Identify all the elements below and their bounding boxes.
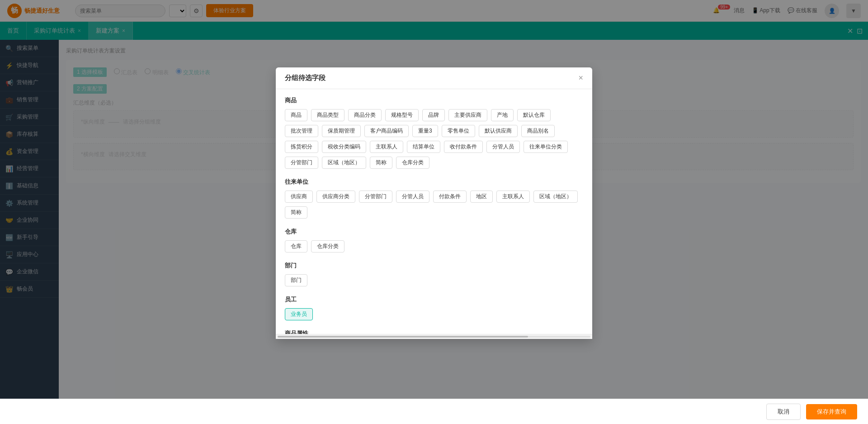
field-tag-goods-8[interactable]: 批次管理 [285, 125, 318, 137]
section-title-department: 部门 [285, 262, 583, 270]
section-partner: 往来单位供应商供应商分类分管部门分管人员付款条件地区主联系人区域（地区）简称 [285, 178, 583, 219]
field-tag-goods-14[interactable]: 商品别名 [521, 125, 555, 137]
field-tag-warehouse-1[interactable]: 仓库分类 [311, 240, 344, 252]
field-tag-partner-8[interactable]: 简称 [285, 206, 307, 219]
field-tag-goods-19[interactable]: 收付款条件 [444, 141, 483, 153]
section-product_attr: 商品属性属性颜色多规格尺码鞋码1 [285, 329, 583, 334]
field-tag-goods-4[interactable]: 品牌 [422, 109, 445, 121]
field-tag-goods-7[interactable]: 默认仓库 [517, 109, 551, 121]
field-tag-goods-13[interactable]: 默认供应商 [479, 125, 518, 137]
field-tag-partner-2[interactable]: 分管部门 [359, 191, 392, 203]
field-tag-partner-5[interactable]: 地区 [470, 191, 493, 203]
field-tag-employee-0[interactable]: 业务员 [285, 308, 313, 320]
section-title-partner: 往来单位 [285, 178, 583, 186]
field-tag-goods-24[interactable]: 简称 [370, 157, 392, 169]
section-department: 部门部门 [285, 262, 583, 286]
modal-close-btn[interactable]: × [578, 74, 583, 82]
field-tag-warehouse-0[interactable]: 仓库 [285, 240, 307, 252]
save-query-button[interactable]: 保存并查询 [806, 404, 857, 419]
field-tag-partner-0[interactable]: 供应商 [285, 191, 313, 203]
modal-title: 分组待选字段 [285, 74, 326, 82]
field-tag-goods-18[interactable]: 结算单位 [407, 141, 440, 153]
field-tag-partner-6[interactable]: 主联系人 [496, 191, 530, 203]
section-goods: 商品商品商品类型商品分类规格型号品牌主要供应商产地默认仓库批次管理保质期管理客户… [285, 96, 583, 169]
modal-horizontal-scrollbar[interactable] [276, 334, 592, 339]
field-tag-goods-21[interactable]: 往来单位分类 [524, 141, 568, 153]
cancel-button[interactable]: 取消 [766, 404, 801, 420]
field-grid-goods: 商品商品类型商品分类规格型号品牌主要供应商产地默认仓库批次管理保质期管理客户商品… [285, 109, 583, 169]
field-tag-goods-1[interactable]: 商品类型 [311, 109, 344, 121]
field-tag-goods-9[interactable]: 保质期管理 [322, 125, 361, 137]
field-tag-goods-12[interactable]: 零售单位 [442, 125, 475, 137]
field-tag-partner-4[interactable]: 付款条件 [433, 191, 467, 203]
field-tag-goods-20[interactable]: 分管人员 [486, 141, 520, 153]
modal-header: 分组待选字段 × [276, 67, 592, 89]
field-tag-goods-17[interactable]: 主联系人 [370, 141, 403, 153]
field-tag-department-0[interactable]: 部门 [285, 274, 307, 286]
field-tag-goods-10[interactable]: 客户商品编码 [364, 125, 409, 137]
field-tag-goods-25[interactable]: 仓库分类 [396, 157, 429, 169]
modal-body: 商品商品商品类型商品分类规格型号品牌主要供应商产地默认仓库批次管理保质期管理客户… [276, 89, 592, 334]
field-tag-goods-11[interactable]: 重量3 [412, 125, 438, 137]
bottom-action-bar: 取消 保存并查询 [0, 399, 868, 424]
field-tag-goods-22[interactable]: 分管部门 [285, 157, 318, 169]
modal-overlay: 分组待选字段 × 商品商品商品类型商品分类规格型号品牌主要供应商产地默认仓库批次… [0, 0, 868, 424]
field-grid-warehouse: 仓库仓库分类 [285, 240, 583, 252]
field-tag-goods-15[interactable]: 拣货积分 [285, 141, 318, 153]
field-grid-employee: 业务员 [285, 308, 583, 320]
field-tag-goods-3[interactable]: 规格型号 [385, 109, 419, 121]
section-title-warehouse: 仓库 [285, 228, 583, 236]
field-tag-partner-7[interactable]: 区域（地区） [533, 191, 578, 203]
field-tag-goods-23[interactable]: 区域（地区） [322, 157, 366, 169]
field-grid-partner: 供应商供应商分类分管部门分管人员付款条件地区主联系人区域（地区）简称 [285, 191, 583, 219]
section-title-employee: 员工 [285, 295, 583, 304]
field-tag-goods-16[interactable]: 税收分类编码 [322, 141, 366, 153]
field-tag-goods-6[interactable]: 产地 [491, 109, 514, 121]
field-tag-partner-3[interactable]: 分管人员 [396, 191, 429, 203]
section-title-product_attr: 商品属性 [285, 329, 583, 334]
field-tag-goods-5[interactable]: 主要供应商 [448, 109, 487, 121]
modal-dialog: 分组待选字段 × 商品商品商品类型商品分类规格型号品牌主要供应商产地默认仓库批次… [276, 67, 592, 339]
field-tag-partner-1[interactable]: 供应商分类 [316, 191, 355, 203]
section-warehouse: 仓库仓库仓库分类 [285, 228, 583, 252]
field-tag-goods-0[interactable]: 商品 [285, 109, 307, 121]
section-title-goods: 商品 [285, 96, 583, 105]
section-employee: 员工业务员 [285, 295, 583, 320]
field-grid-department: 部门 [285, 274, 583, 286]
field-tag-goods-2[interactable]: 商品分类 [348, 109, 382, 121]
